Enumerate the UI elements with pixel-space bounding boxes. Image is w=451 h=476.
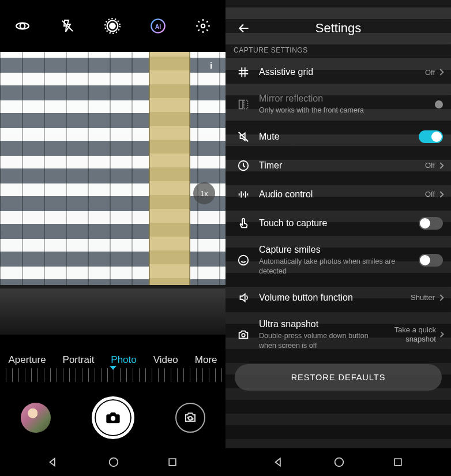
mirror-icon xyxy=(237,98,250,111)
volume-icon xyxy=(237,291,250,304)
chevron-right-icon xyxy=(437,162,444,168)
touch-capture-toggle[interactable] xyxy=(419,217,443,230)
timer-icon xyxy=(237,159,250,172)
mirror-toggle-disabled xyxy=(435,100,443,108)
back-button[interactable] xyxy=(234,21,254,36)
camera-viewfinder[interactable]: i 1x xyxy=(0,52,226,335)
svg-point-18 xyxy=(242,333,245,337)
gallery-thumbnail[interactable] xyxy=(21,403,51,433)
row-ultra-snapshot[interactable]: Ultra snapshotDouble-press volume down b… xyxy=(231,312,445,358)
touch-icon xyxy=(237,217,250,230)
chevron-right-icon xyxy=(437,294,444,301)
android-navbar-right xyxy=(226,448,451,476)
svg-point-9 xyxy=(110,416,115,421)
row-mute[interactable]: Mute xyxy=(231,122,445,151)
svg-point-19 xyxy=(335,458,343,467)
android-navbar-left xyxy=(0,448,226,476)
row-timer[interactable]: Timer Off xyxy=(231,151,445,180)
shutter-button[interactable] xyxy=(92,396,134,439)
svg-point-8 xyxy=(201,24,205,28)
chevron-right-icon xyxy=(438,332,444,338)
audio-value: Off xyxy=(425,190,435,198)
settings-gear-icon[interactable] xyxy=(191,14,215,38)
mode-photo[interactable]: Photo xyxy=(111,354,136,366)
live-photo-icon[interactable] xyxy=(11,14,34,38)
nav-back-icon[interactable] xyxy=(273,456,285,468)
info-icon[interactable]: i xyxy=(205,59,217,72)
row-audio-control[interactable]: Audio control Off xyxy=(231,180,445,209)
nav-home-icon[interactable] xyxy=(107,456,120,468)
grid-icon xyxy=(237,66,250,78)
chevron-right-icon xyxy=(437,191,444,197)
svg-rect-14 xyxy=(244,100,247,109)
mode-aperture[interactable]: Aperture xyxy=(8,354,46,366)
capture-smiles-toggle[interactable] xyxy=(419,254,443,267)
nav-recent-icon[interactable] xyxy=(392,456,404,468)
svg-rect-13 xyxy=(239,100,243,109)
audio-icon xyxy=(237,188,250,201)
settings-title: Settings xyxy=(254,21,422,36)
color-mode-icon[interactable] xyxy=(101,14,124,38)
zoom-badge[interactable]: 1x xyxy=(193,182,215,204)
mode-portrait[interactable]: Portrait xyxy=(63,354,95,366)
nav-recent-icon[interactable] xyxy=(167,456,178,468)
settings-list: Assistive grid Off Mirror reflectionOnly… xyxy=(226,58,451,448)
row-assistive-grid[interactable]: Assistive grid Off xyxy=(231,58,445,87)
svg-text:AI: AI xyxy=(155,23,161,30)
volume-fn-value: Shutter xyxy=(411,293,435,302)
svg-point-11 xyxy=(109,458,118,467)
flash-off-icon[interactable] xyxy=(56,14,79,38)
svg-rect-20 xyxy=(394,459,401,466)
switch-camera-button[interactable] xyxy=(175,403,205,433)
ultra-value: Take a quick snapshot xyxy=(385,325,436,343)
restore-defaults-button[interactable]: RESTORE DEFAULTS xyxy=(235,364,442,391)
svg-rect-12 xyxy=(169,459,176,466)
section-label: CAPTURE SETTINGS xyxy=(234,46,308,54)
row-capture-smiles[interactable]: Capture smilesAutomatically take photos … xyxy=(231,238,445,283)
camera-top-toolbar: AI xyxy=(0,0,226,52)
row-touch-capture[interactable]: Touch to capture xyxy=(231,209,445,238)
mode-more[interactable]: More xyxy=(195,354,217,366)
row-mirror-reflection: Mirror reflectionOnly works with the fro… xyxy=(231,87,445,122)
timer-value: Off xyxy=(425,161,435,170)
mute-toggle[interactable] xyxy=(419,130,443,143)
svg-point-10 xyxy=(189,417,192,420)
nav-back-icon[interactable] xyxy=(47,456,60,468)
mute-icon xyxy=(237,130,250,143)
svg-point-3 xyxy=(110,23,115,28)
smile-icon xyxy=(237,254,250,267)
shutter-row xyxy=(0,387,226,449)
chevron-right-icon xyxy=(437,69,444,75)
mode-ruler[interactable] xyxy=(0,368,226,382)
settings-screen: Settings CAPTURE SETTINGS Assistive grid… xyxy=(226,0,451,476)
camera-screen: AI i 1x Aperture Portrait Photo Video Mo… xyxy=(0,0,226,476)
assistive-grid-value: Off xyxy=(425,68,435,77)
settings-header: Settings xyxy=(226,14,451,43)
row-volume-button-function[interactable]: Volume button function Shutter xyxy=(231,283,445,312)
nav-home-icon[interactable] xyxy=(333,456,345,468)
ai-mode-icon[interactable]: AI xyxy=(146,14,170,38)
svg-point-17 xyxy=(239,256,249,265)
mode-video[interactable]: Video xyxy=(153,354,178,366)
snapshot-icon xyxy=(237,328,250,341)
svg-point-0 xyxy=(20,24,25,29)
